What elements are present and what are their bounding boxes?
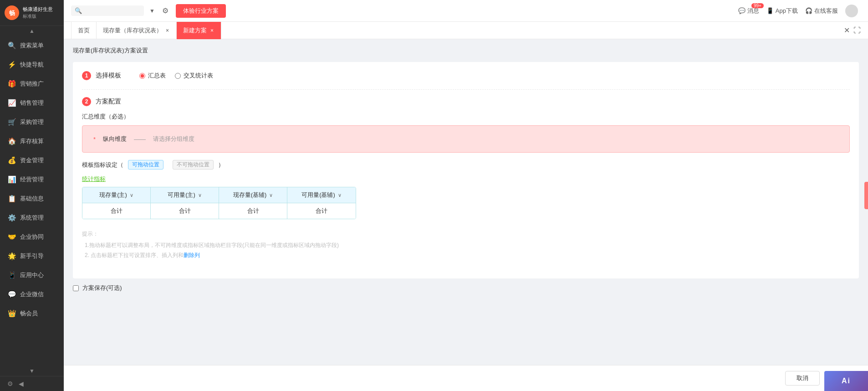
settings-icon[interactable]: ⚙: [7, 380, 13, 387]
nav-icon: 🤝: [7, 232, 16, 242]
sidebar-item-企业协同[interactable]: 🤝企业协同: [0, 227, 64, 247]
nav-icon: ⚙️: [7, 213, 16, 222]
no-drag-badge: 不可拖动位置: [173, 160, 214, 170]
stats-col-1-dropdown[interactable]: ∨: [130, 192, 133, 198]
stats-col-3-dropdown[interactable]: ∨: [269, 192, 273, 198]
online-service-btn[interactable]: 🎧 在线客服: [805, 7, 838, 15]
stats-col-2-dropdown[interactable]: ∨: [198, 192, 202, 198]
tab-new-scheme[interactable]: 新建方案 ×: [177, 22, 221, 39]
stats-data-3: 合计: [219, 203, 287, 219]
tab-inventory-close[interactable]: ×: [165, 28, 170, 33]
nav-item-label: 经营管理: [20, 175, 44, 184]
sidebar-item-企业微信[interactable]: 💬企业微信: [0, 285, 64, 304]
sidebar-item-经营管理[interactable]: 📊经营管理: [0, 170, 64, 189]
nav-icon: 👑: [7, 309, 16, 318]
app-download-btn[interactable]: 📱 App下载: [766, 7, 798, 15]
sidebar-bottom: ⚙ ◀: [0, 376, 64, 391]
template-radio-summary[interactable]: [139, 73, 145, 79]
drag-badge: 可拖动位置: [128, 160, 163, 170]
step2-badge: 2: [82, 97, 91, 106]
stats-col-4-dropdown[interactable]: ∨: [338, 192, 342, 198]
right-edge-handle[interactable]: [864, 182, 868, 209]
search-dropdown-btn[interactable]: ▼: [149, 8, 155, 14]
stats-header-row: 现存量(主) ∨ 可用量(主) ∨ 现存量(基辅) ∨: [82, 187, 356, 203]
stats-col-4-label: 可用量(基辅): [301, 191, 335, 199]
delete-col-link[interactable]: 删除列: [184, 252, 200, 258]
template-radio-cross[interactable]: [175, 73, 181, 79]
sidebar-logo: 畅 畅康通好生意 标准版: [0, 0, 64, 26]
save-checkbox-area: 方案保存(可选): [73, 278, 859, 292]
app-name: 畅康通好生意: [23, 6, 53, 13]
nav-item-label: 基础信息: [20, 195, 44, 203]
nav-item-label: 库存核算: [20, 137, 44, 145]
nav-icon: 🛒: [7, 118, 16, 127]
cancel-button[interactable]: 取消: [785, 371, 820, 386]
stats-section: 统计指标 现存量(主) ∨ 可用量(主) ∨: [82, 175, 850, 219]
stats-data-4: 合计: [287, 203, 356, 219]
sidebar-item-快捷导航[interactable]: ⚡快捷导航: [0, 55, 64, 74]
template-option-cross[interactable]: 交叉统计表: [175, 72, 213, 80]
nav-icon: 📈: [7, 98, 16, 108]
nav-icon: 🔍: [7, 41, 16, 50]
tabs-controls: ✕ ⛶: [844, 26, 861, 35]
nav-item-label: 应用中心: [20, 271, 44, 279]
sidebar-item-采购管理[interactable]: 🛒采购管理: [0, 113, 64, 132]
tab-inventory-label: 现存量（库存状况表）: [103, 26, 162, 35]
trial-btn[interactable]: 体验行业方案: [176, 4, 226, 18]
tabs-expand-btn[interactable]: ⛶: [853, 26, 861, 35]
sidebar-item-畅会员[interactable]: 👑畅会员: [0, 304, 64, 323]
stats-col-3: 现存量(基辅) ∨: [219, 187, 287, 203]
sidebar-item-基础信息[interactable]: 📋基础信息: [0, 189, 64, 208]
save-checkbox[interactable]: [73, 285, 79, 291]
indicator-close: ）: [218, 161, 224, 169]
sidebar-item-系统管理[interactable]: ⚙️系统管理: [0, 208, 64, 227]
tips-title: 提示：: [82, 230, 850, 238]
sidebar-item-库存核算[interactable]: 🏠库存核算: [0, 132, 64, 151]
ai-fab-button[interactable]: Ai: [824, 371, 868, 391]
sidebar-item-应用中心[interactable]: 📱应用中心: [0, 266, 64, 285]
sidebar: 畅 畅康通好生意 标准版 ▲ 🔍搜索菜单⚡快捷导航🎁营销推广📈销售管理🛒采购管理…: [0, 0, 64, 391]
sidebar-scroll-down[interactable]: ▼: [0, 366, 64, 376]
template-options: 汇总表 交叉统计表: [139, 72, 213, 80]
dimension-dash: ——: [134, 136, 146, 143]
sidebar-item-营销推广[interactable]: 🎁营销推广: [0, 74, 64, 93]
message-btn[interactable]: 💬 消息 99+: [738, 7, 759, 15]
nav-icon: 💬: [7, 290, 16, 299]
save-checkbox-label[interactable]: 方案保存(可选): [73, 284, 859, 292]
message-badge: 99+: [751, 3, 764, 8]
stats-data-3-label: 合计: [247, 207, 259, 215]
tab-new-scheme-close[interactable]: ×: [209, 28, 214, 33]
dimension-required-mark: *: [93, 136, 96, 143]
stats-col-3-label: 现存量(基辅): [233, 191, 267, 199]
tab-home[interactable]: 首页: [71, 22, 97, 39]
nav-icon: 🌟: [7, 252, 16, 261]
step1-header: 1 选择模板 汇总表 交叉统计表: [82, 71, 850, 80]
nav-item-label: 企业协同: [20, 233, 44, 241]
nav-icon: 📊: [7, 175, 16, 184]
step1-badge: 1: [82, 71, 91, 80]
nav-icon: 🎁: [7, 79, 16, 88]
tabs-close-btn[interactable]: ✕: [844, 26, 850, 35]
search-input[interactable]: [85, 8, 130, 14]
svg-text:畅: 畅: [9, 10, 15, 16]
template-option-summary[interactable]: 汇总表: [139, 72, 166, 80]
tabs-bar: 首页 现存量（库存状况表） × 新建方案 × ✕ ⛶: [64, 22, 868, 39]
nav-item-label: 搜索菜单: [20, 41, 44, 50]
tab-inventory[interactable]: 现存量（库存状况表） ×: [97, 22, 177, 39]
collapse-icon[interactable]: ◀: [19, 380, 24, 387]
section-divider-1: [82, 89, 850, 90]
app-download-label: App下载: [776, 7, 798, 15]
indicator-settings: 模板指标设定（ 可拖动位置 不可拖动位置 ）: [82, 160, 850, 170]
sidebar-scroll-up[interactable]: ▲: [0, 26, 64, 36]
step2-header: 2 方案配置: [82, 97, 850, 106]
nav-item-label: 营销推广: [20, 80, 44, 88]
sidebar-item-销售管理[interactable]: 📈销售管理: [0, 93, 64, 113]
sidebar-item-新手引导[interactable]: 🌟新手引导: [0, 247, 64, 266]
sidebar-item-资金管理[interactable]: 💰资金管理: [0, 151, 64, 170]
nav-item-label: 快捷导航: [20, 61, 44, 69]
sidebar-item-搜索菜单[interactable]: 🔍搜索菜单: [0, 36, 64, 55]
topbar-gear-icon[interactable]: ⚙: [162, 6, 168, 15]
nav-item-label: 系统管理: [20, 214, 44, 222]
nav-item-label: 销售管理: [20, 99, 44, 107]
user-avatar[interactable]: [845, 5, 861, 17]
